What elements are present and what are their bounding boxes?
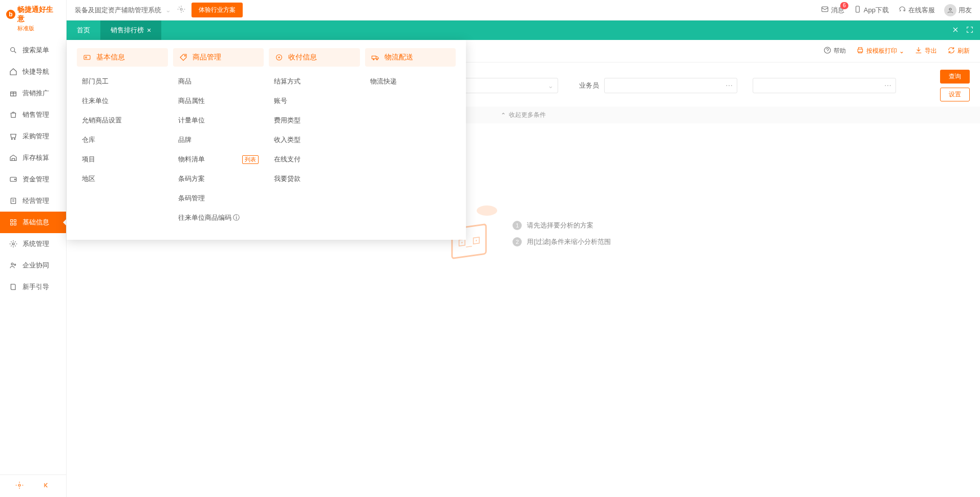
svg-rect-23 xyxy=(372,56,376,58)
settings-icon[interactable] xyxy=(15,481,24,491)
mega-item[interactable]: 项目 xyxy=(77,150,168,169)
sidebar: b 畅捷通好生意 标准版 搜索菜单 快捷导航 营销推广 销售管理 xyxy=(0,0,67,497)
mega-item[interactable]: 我要贷款 xyxy=(269,169,360,189)
mega-item[interactable]: 账号 xyxy=(269,91,360,111)
tab-home[interactable]: 首页 xyxy=(67,20,100,40)
fullscreen-icon[interactable] xyxy=(966,26,974,35)
experience-button[interactable]: 体验行业方案 xyxy=(191,3,243,17)
sidebar-item-search[interactable]: 搜索菜单 xyxy=(0,39,66,61)
filter-salesperson-input[interactable]: ⋯ xyxy=(604,78,737,93)
mega-item[interactable]: 物流快递 xyxy=(365,72,456,91)
sidebar-item-system[interactable]: 系统管理 xyxy=(0,233,66,255)
step-number: 2 xyxy=(513,237,522,246)
sidebar-item-purchase[interactable]: 采购管理 xyxy=(0,126,66,147)
mega-item[interactable]: 物料清单列表 xyxy=(173,150,264,169)
sidebar-item-label: 经营管理 xyxy=(23,196,49,205)
filter-salesperson-label: 业务员 xyxy=(573,81,599,90)
user-menu[interactable]: 用友 xyxy=(944,4,972,16)
export-button[interactable]: 导出 xyxy=(914,46,937,56)
online-service-button[interactable]: 在线客服 xyxy=(898,5,935,15)
mega-item[interactable]: 费用类型 xyxy=(269,111,360,130)
svg-point-24 xyxy=(373,59,374,60)
mega-header-product: 商品管理 xyxy=(173,48,264,67)
mega-header-logistics: 物流配送 xyxy=(365,48,456,67)
chevron-down-icon: ⌄ xyxy=(899,48,904,55)
sidebar-item-basicinfo[interactable]: 基础信息 xyxy=(0,212,66,233)
empty-step-1: 1 请先选择要分析的方案 xyxy=(513,221,610,230)
chevron-down-icon: ⌄ xyxy=(548,82,553,90)
mega-col-logistics: 物流配送 物流快递 xyxy=(365,48,456,227)
main: 装备及固定资产辅助管理系统 ⌄ 体验行业方案 消息 6 App下载 在线客服 xyxy=(67,0,980,497)
message-badge: 6 xyxy=(840,2,848,9)
sidebar-item-inventory[interactable]: 库存核算 xyxy=(0,147,66,169)
clipboard-icon xyxy=(9,197,17,205)
mega-item[interactable]: 结算方式 xyxy=(269,72,360,91)
svg-rect-6 xyxy=(11,198,15,204)
mega-item[interactable]: 商品 xyxy=(173,72,264,91)
sidebar-item-collab[interactable]: 企业协同 xyxy=(0,255,66,276)
help-icon xyxy=(823,46,832,56)
svg-point-25 xyxy=(376,59,377,60)
mega-item[interactable]: 往来单位 xyxy=(77,91,168,111)
sidebar-item-business[interactable]: 经营管理 xyxy=(0,190,66,212)
settings-icon[interactable] xyxy=(177,5,185,15)
sidebar-item-funds[interactable]: 资金管理 xyxy=(0,169,66,190)
mega-item[interactable]: 仓库 xyxy=(77,130,168,150)
brand-edition: 标准版 xyxy=(17,25,60,32)
id-card-icon xyxy=(82,52,92,63)
svg-rect-17 xyxy=(856,6,860,12)
step-number: 1 xyxy=(513,221,522,230)
home-icon xyxy=(9,68,17,76)
system-selector[interactable]: 装备及固定资产辅助管理系统 ⌄ xyxy=(75,6,171,15)
svg-point-20 xyxy=(86,57,87,58)
more-icon[interactable]: ⋯ xyxy=(884,81,891,90)
mega-item[interactable]: 允销商品设置 xyxy=(77,111,168,130)
collapse-icon[interactable] xyxy=(42,481,51,491)
book-icon xyxy=(9,283,17,291)
help-button[interactable]: 帮助 xyxy=(823,46,846,56)
reset-button[interactable]: 设置 xyxy=(940,88,970,101)
svg-point-18 xyxy=(949,8,951,10)
tabs-bar: 首页 销售排行榜 × xyxy=(67,20,980,40)
tab-sales-ranking[interactable]: 销售排行榜 × xyxy=(100,20,161,40)
mega-item[interactable]: 商品属性 xyxy=(173,91,264,111)
list-tag: 列表 xyxy=(242,155,259,164)
mega-item[interactable]: 收入类型 xyxy=(269,130,360,150)
query-button[interactable]: 查询 xyxy=(940,70,970,84)
mega-item[interactable]: 品牌 xyxy=(173,130,264,150)
mega-item[interactable]: 在线支付 xyxy=(269,150,360,169)
mega-col-payment: 收付信息 结算方式 账号 费用类型 收入类型 在线支付 我要贷款 xyxy=(269,48,360,227)
mega-item[interactable]: 部门员工 xyxy=(77,72,168,91)
gear-icon xyxy=(9,240,17,248)
close-icon[interactable]: × xyxy=(147,26,151,34)
sidebar-item-quicknav[interactable]: 快捷导航 xyxy=(0,61,66,82)
filter-field3-input[interactable]: ⋯ xyxy=(753,78,896,93)
print-icon xyxy=(856,46,864,56)
help-label: 帮助 xyxy=(834,47,846,55)
tab-label: 销售排行榜 xyxy=(111,26,144,35)
mega-title: 收付信息 xyxy=(288,53,317,62)
sidebar-item-label: 企业协同 xyxy=(23,261,49,270)
sidebar-item-guide[interactable]: 新手引导 xyxy=(0,276,66,298)
messages-button[interactable]: 消息 6 xyxy=(821,5,844,15)
filter-salesperson: 业务员 ⋯ xyxy=(573,70,737,101)
chevron-down-icon: ⌄ xyxy=(165,6,171,14)
print-button[interactable]: 按模板打印 ⌄ xyxy=(856,46,904,56)
message-icon xyxy=(821,5,829,15)
wallet-icon xyxy=(9,175,17,183)
sidebar-item-sales[interactable]: 销售管理 xyxy=(0,104,66,126)
gift-icon xyxy=(9,89,17,97)
mega-item[interactable]: 计量单位 xyxy=(173,111,264,130)
close-all-icon[interactable] xyxy=(951,26,960,35)
app-download-button[interactable]: App下载 xyxy=(854,5,889,15)
mega-menu: 基本信息 部门员工 往来单位 允销商品设置 仓库 项目 地区 商品管理 xyxy=(67,40,466,240)
refresh-button[interactable]: 刷新 xyxy=(947,46,970,56)
mega-item[interactable]: 条码方案 xyxy=(173,169,264,189)
mega-item[interactable]: 条码管理 xyxy=(173,189,264,208)
export-label: 导出 xyxy=(925,47,937,55)
sidebar-item-marketing[interactable]: 营销推广 xyxy=(0,82,66,104)
mega-item[interactable]: 地区 xyxy=(77,169,168,189)
mega-item[interactable]: 往来单位商品编码 ⓘ xyxy=(173,208,264,227)
more-icon[interactable]: ⋯ xyxy=(726,81,733,90)
empty-steps: 1 请先选择要分析的方案 2 用[过滤]条件来缩小分析范围 xyxy=(513,221,610,246)
